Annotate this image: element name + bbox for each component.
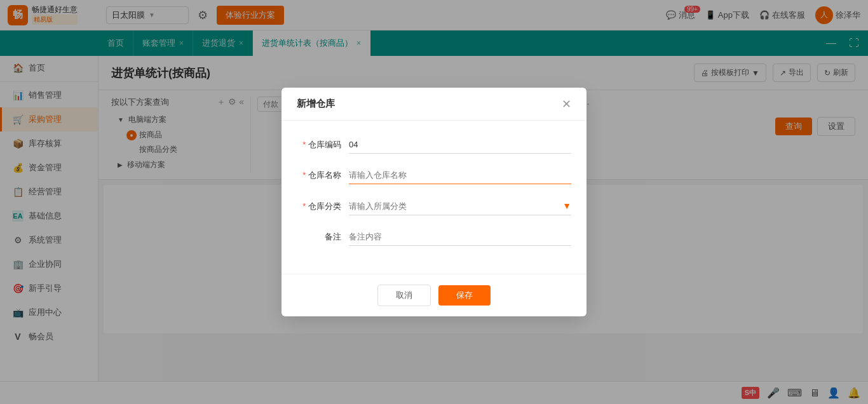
modal-overlay: 新增仓库 ✕ 仓库编码 仓库名称 仓库分类 ▼ 备注	[0, 0, 868, 404]
modal-title: 新增仓库	[297, 98, 335, 110]
modal-header: 新增仓库 ✕	[281, 88, 587, 121]
add-warehouse-modal: 新增仓库 ✕ 仓库编码 仓库名称 仓库分类 ▼ 备注	[281, 88, 587, 316]
category-label: 仓库分类	[297, 201, 341, 212]
code-label: 仓库编码	[297, 139, 341, 151]
category-select-row[interactable]: ▼	[349, 197, 571, 215]
modal-close-button[interactable]: ✕	[562, 98, 571, 110]
code-input[interactable]	[349, 136, 571, 154]
form-row-remark: 备注	[297, 228, 571, 246]
category-input[interactable]	[349, 201, 562, 211]
cancel-button[interactable]: 取消	[377, 285, 431, 306]
remark-input[interactable]	[349, 228, 571, 246]
remark-label: 备注	[297, 231, 341, 243]
category-dropdown-icon: ▼	[562, 201, 571, 211]
modal-footer: 取消 保存	[281, 274, 587, 316]
name-input[interactable]	[349, 166, 571, 184]
form-row-code: 仓库编码	[297, 136, 571, 154]
modal-body: 仓库编码 仓库名称 仓库分类 ▼ 备注	[281, 121, 587, 274]
name-label: 仓库名称	[297, 170, 341, 181]
save-button[interactable]: 保存	[438, 285, 491, 306]
form-row-category: 仓库分类 ▼	[297, 197, 571, 215]
form-row-name: 仓库名称	[297, 166, 571, 184]
